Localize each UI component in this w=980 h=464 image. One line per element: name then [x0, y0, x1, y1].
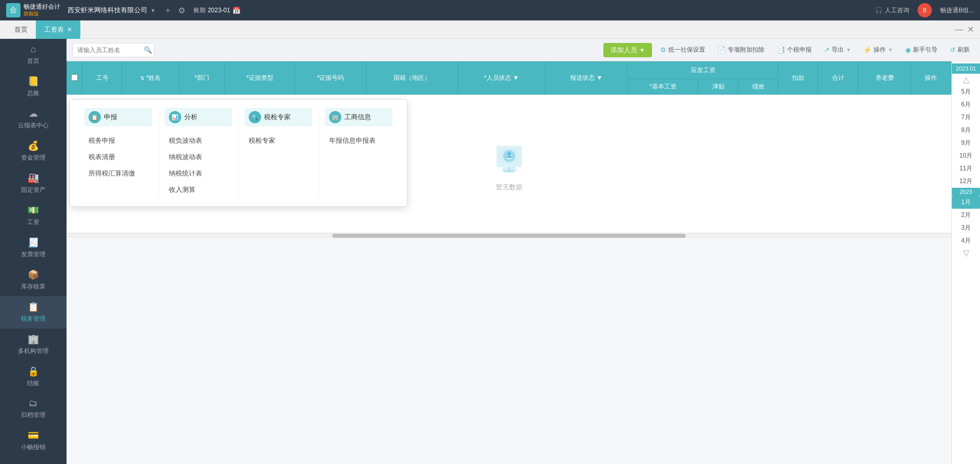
sidebar-item-salary[interactable]: 💵 工资 [0, 200, 67, 232]
shenbaо-header: 📋 申报 [84, 108, 152, 126]
tax-return-button[interactable]: 📑 个税申报 [773, 43, 816, 56]
calendar-year-badge: 2023 [952, 188, 980, 196]
cal-month-11[interactable]: 11月 [952, 162, 980, 175]
multi-icon: 🏢 [28, 334, 39, 345]
user-name[interactable]: 畅捷通B组... [940, 6, 974, 15]
special-deduction-button[interactable]: 📄 专项附加扣除 [713, 43, 769, 56]
calendar-up-nav[interactable]: △ [952, 74, 980, 85]
sidebar-item-close[interactable]: 🔒 结账 [0, 361, 67, 393]
cal-month-5[interactable]: 5月 [952, 85, 980, 98]
sidebar-item-xiaochang[interactable]: 💳 小畅报销 [0, 425, 67, 457]
analysis-icon: 📊 [171, 114, 179, 121]
th-nationality: 国籍（地区） [366, 62, 458, 95]
cal-month-4[interactable]: 4月 [952, 234, 980, 247]
social-insurance-label: 统一社保设置 [668, 46, 705, 54]
th-operation: 操作 [911, 62, 951, 95]
tax-icon: 📋 [28, 301, 39, 313]
dropdown-item-tax-expert[interactable]: 税检专家 [245, 132, 312, 149]
dropdown-item-tax-burden[interactable]: 税负波动表 [165, 132, 232, 149]
dropdown-item-tax-schedule[interactable]: 税表清册 [84, 149, 152, 165]
sidebar-label-xiaochang: 小畅报销 [21, 443, 46, 452]
social-insurance-button[interactable]: ⚙ 统一社保设置 [656, 43, 709, 56]
business-icon: 🏢 [332, 114, 339, 121]
tabs-bar: 首页 工资表 ✕ — ✕ [0, 20, 980, 39]
guide-toolbar-label: 新手引导 [913, 46, 938, 54]
settings-icon-button[interactable]: ⚙ [178, 6, 185, 15]
sidebar-item-multi[interactable]: 🏢 多机构管理 [0, 328, 67, 361]
cal-month-7[interactable]: 7月 [952, 111, 980, 124]
dropdown-grid: 📋 申报 税务申报 税表清册 所得税汇算清缴 📊 分析 税负波动表 纳税波动表 … [78, 108, 399, 198]
cal-month-2[interactable]: 2月 [952, 209, 980, 222]
calendar-icon[interactable]: 📅 [232, 7, 241, 14]
sidebar-item-fund[interactable]: 💰 资金管理 [0, 135, 67, 167]
sidebar-label-ledger: 总账 [27, 89, 39, 98]
cal-month-10[interactable]: 10月 [952, 149, 980, 162]
close-period-icon: 🔒 [28, 366, 39, 377]
search-input[interactable] [77, 47, 144, 54]
th-report-status: 报送状态 ▼ [545, 62, 627, 95]
analysis-header-icon: 📊 [169, 111, 181, 123]
scrollbar-thumb[interactable] [332, 234, 686, 238]
cal-month-6[interactable]: 6月 [952, 98, 980, 111]
horizontal-scrollbar[interactable] [67, 233, 951, 238]
shenbaо-title: 申报 [104, 113, 117, 122]
business-header-icon: 🏢 [329, 111, 341, 123]
special-deduction-label: 专项附加扣除 [728, 46, 765, 54]
sidebar-item-ledger[interactable]: 📒 总账 [0, 71, 67, 103]
report-filter-icon[interactable]: ▼ [597, 74, 603, 81]
dropdown-item-tax-declaration[interactable]: 税务申报 [84, 132, 152, 149]
dropdown-item-income-calc[interactable]: 收入测算 [165, 182, 232, 198]
calendar-period-header: 2023.01 [952, 63, 980, 74]
dropdown-item-tax-wave[interactable]: 纳税波动表 [165, 149, 232, 165]
sidebar-item-home[interactable]: ⌂ 首页 [0, 39, 67, 71]
sidebar-item-inventory[interactable]: 📦 库存核算 [0, 264, 67, 296]
status-filter-icon[interactable]: ▼ [513, 74, 519, 81]
tax-return-label: 个税申报 [787, 46, 812, 54]
tab-close-icon[interactable]: ✕ [67, 26, 72, 33]
special-deduction-icon: 📄 [717, 46, 726, 54]
sidebar-item-archive[interactable]: 🗂 归档管理 [0, 393, 67, 425]
sidebar-item-tax[interactable]: 📋 税务管理 ◀ [0, 296, 67, 328]
tax-expert-icon: 🔍 [251, 114, 258, 121]
dropdown-item-tax-stat[interactable]: 纳税统计表 [165, 165, 232, 182]
cal-month-9[interactable]: 9月 [952, 137, 980, 149]
window-minimize-icon[interactable]: — [955, 25, 963, 34]
dropdown-item-annual-report[interactable]: 年报信息申报表 [325, 132, 393, 149]
cal-month-12[interactable]: 12月 [952, 175, 980, 188]
sidebar-label-home: 首页 [27, 57, 39, 65]
support-button[interactable]: 🎧 人工咨询 [875, 6, 909, 15]
sidebar-item-fixed[interactable]: 🏭 固定资产 [0, 167, 67, 200]
sidebar-label-inventory: 库存核算 [21, 282, 46, 291]
add-company-button[interactable]: ＋ [164, 5, 172, 16]
cal-month-8[interactable]: 8月 [952, 124, 980, 137]
app-logo-icon: 会 [6, 3, 20, 17]
refresh-button[interactable]: ↺ 刷新 [946, 43, 974, 56]
sidebar-item-basic[interactable]: ⚙ 基础设置 [0, 457, 67, 464]
sidebar-item-invoice[interactable]: 🧾 发票管理 [0, 232, 67, 264]
tab-home[interactable]: 首页 [6, 20, 36, 39]
xiaochang-icon: 💳 [28, 430, 39, 441]
sidebar-label-fund: 资金管理 [21, 153, 46, 162]
calendar-down-nav[interactable]: ▽ [952, 247, 980, 259]
sidebar-label-cloud: 云报表中心 [18, 121, 49, 130]
sidebar-item-cloud[interactable]: ☁ 云报表中心 [0, 103, 67, 135]
guide-button[interactable]: ◉ 新手引导 [901, 43, 942, 56]
business-title: 工商信息 [344, 113, 371, 122]
shenbaо-icon: 📋 [91, 114, 98, 121]
add-person-button[interactable]: 添加人员 ▼ [603, 43, 652, 57]
company-dropdown-icon: ▼ [150, 8, 156, 13]
th-name: ⇅ *姓名 [122, 62, 180, 95]
invoice-icon: 🧾 [28, 237, 39, 248]
dropdown-item-income-tax-settle[interactable]: 所得税汇算清缴 [84, 165, 152, 182]
cal-month-1[interactable]: 1月 [952, 196, 980, 209]
window-close-icon[interactable]: ✕ [967, 25, 974, 34]
select-all-checkbox[interactable] [71, 74, 78, 81]
export-button[interactable]: ↗ 导出 ▼ [820, 43, 855, 56]
company-selector[interactable]: 西安虾米网络科技有限公司 ▼ [68, 6, 156, 15]
cal-month-3[interactable]: 3月 [952, 222, 980, 234]
business-header: 🏢 工商信息 [325, 108, 393, 126]
tab-salary[interactable]: 工资表 ✕ [36, 20, 80, 39]
th-employee-id: 工号 [82, 62, 122, 95]
operate-button[interactable]: ⚡ 操作 ▼ [859, 43, 897, 56]
search-icon: 🔍 [144, 46, 152, 54]
